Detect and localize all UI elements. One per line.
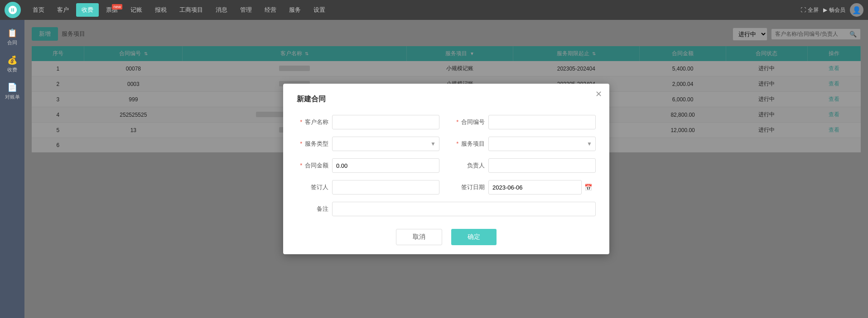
content-area: 新增 服务项目 进行中 全部 已终止 🔍 序号 合同编号 ⇅ bbox=[24, 20, 868, 318]
nav-bookkeeping[interactable]: 记账 bbox=[125, 3, 148, 17]
nav-business[interactable]: 工商项目 bbox=[174, 3, 208, 17]
contract-no-field: * 合同编号 bbox=[453, 115, 596, 129]
responsible-field: 负责人 bbox=[453, 158, 596, 173]
contract-no-input[interactable] bbox=[488, 115, 596, 129]
responsible-input[interactable] bbox=[488, 158, 596, 173]
form-grid: * 客户名称 * 合同编号 bbox=[297, 115, 596, 216]
nav-manage[interactable]: 管理 bbox=[235, 3, 257, 17]
service-item-field: * 服务项目 ▼ bbox=[453, 137, 596, 151]
signer-field: 签订人 bbox=[297, 180, 439, 195]
service-type-field: * 服务类型 ▼ bbox=[297, 137, 439, 151]
sign-date-field: 签订日期 📅 bbox=[453, 180, 596, 195]
statement-icon: 📄 bbox=[7, 82, 17, 92]
nav-customer[interactable]: 客户 bbox=[52, 3, 74, 17]
nav-items: 首页 客户 收费 票据 new 记账 报税 工商项目 消息 管理 经营 服务 设… bbox=[27, 3, 800, 17]
sidebar-item-billing[interactable]: 💰 收费 bbox=[1, 52, 24, 77]
nav-billing[interactable]: 收费 bbox=[76, 3, 99, 17]
service-type-select[interactable] bbox=[332, 137, 439, 151]
nav-invoice[interactable]: 票据 new bbox=[101, 3, 123, 17]
nav-message[interactable]: 消息 bbox=[210, 3, 233, 17]
nav-settings[interactable]: 设置 bbox=[308, 3, 331, 17]
sidebar-item-contract[interactable]: 📋 合同 bbox=[1, 24, 24, 50]
customer-name-field: * 客户名称 bbox=[297, 115, 439, 129]
member-button[interactable]: ▶ 畅会员 bbox=[823, 6, 845, 14]
nav-home[interactable]: 首页 bbox=[27, 3, 50, 17]
remark-field: 备注 bbox=[297, 202, 596, 216]
fullscreen-button[interactable]: ⛶ 全屏 bbox=[800, 6, 819, 14]
billing-icon: 💰 bbox=[7, 55, 17, 65]
play-icon: ▶ bbox=[823, 7, 827, 13]
sidebar: 📋 合同 💰 收费 📄 对账单 bbox=[0, 20, 24, 318]
modal-overlay: 新建合同 ✕ * 客户名称 * 合同编号 bbox=[24, 20, 868, 318]
close-button[interactable]: ✕ bbox=[595, 89, 602, 99]
modal-title: 新建合同 bbox=[297, 95, 596, 104]
amount-field: * 合同金额 bbox=[297, 158, 439, 173]
calendar-icon: 📅 bbox=[584, 184, 592, 191]
signer-input[interactable] bbox=[332, 180, 439, 195]
user-avatar[interactable]: 👤 bbox=[850, 3, 863, 17]
fullscreen-icon: ⛶ bbox=[800, 7, 806, 13]
main-layout: 📋 合同 💰 收费 📄 对账单 新增 服务项目 进行中 全部 已终止 🔍 bbox=[0, 20, 868, 318]
cancel-button[interactable]: 取消 bbox=[396, 229, 442, 245]
nav-service[interactable]: 服务 bbox=[284, 3, 306, 17]
top-nav: 首页 客户 收费 票据 new 记账 报税 工商项目 消息 管理 经营 服务 设… bbox=[0, 0, 868, 20]
nav-tax[interactable]: 报税 bbox=[149, 3, 172, 17]
confirm-button[interactable]: 确定 bbox=[451, 229, 497, 245]
customer-name-input[interactable] bbox=[332, 115, 439, 129]
service-item-select[interactable] bbox=[488, 137, 596, 151]
sidebar-item-statement[interactable]: 📄 对账单 bbox=[1, 79, 24, 104]
modal-new-contract: 新建合同 ✕ * 客户名称 * 合同编号 bbox=[283, 84, 609, 254]
amount-input[interactable] bbox=[332, 158, 439, 173]
nav-right: ⛶ 全屏 ▶ 畅会员 👤 bbox=[800, 3, 863, 17]
sign-date-input[interactable] bbox=[488, 180, 582, 195]
modal-actions: 取消 确定 bbox=[297, 229, 596, 245]
nav-operation[interactable]: 经营 bbox=[259, 3, 282, 17]
new-badge: new bbox=[112, 4, 122, 9]
contract-icon: 📋 bbox=[7, 28, 17, 38]
remark-input[interactable] bbox=[332, 202, 596, 216]
app-logo[interactable] bbox=[5, 2, 21, 18]
